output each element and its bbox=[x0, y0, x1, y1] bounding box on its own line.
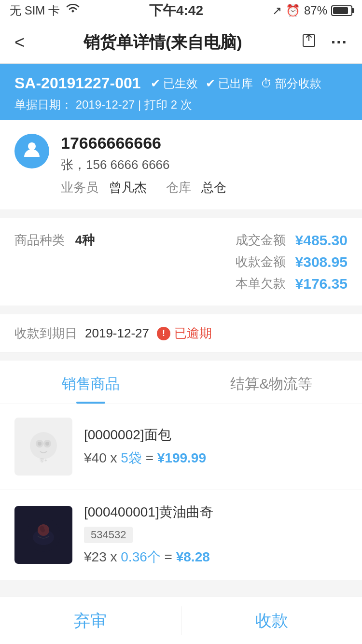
nav-bar: < 销货单详情(来自电脑) ··· bbox=[0, 21, 362, 64]
status-partial-payment: ⏱ 部分收款 bbox=[261, 76, 321, 91]
svg-point-6 bbox=[45, 442, 49, 446]
category-label: 商品种类 bbox=[14, 233, 65, 247]
product-name-1: [0000002]面包 bbox=[84, 426, 348, 444]
product-info-1: [0000002]面包 ¥40 x 5袋 = ¥199.99 bbox=[84, 426, 348, 467]
warehouse-label: 仓库 bbox=[166, 180, 191, 195]
avatar bbox=[14, 134, 49, 168]
status-shipped: ✔ 已出库 bbox=[206, 76, 253, 91]
wifi-icon bbox=[66, 4, 80, 17]
stats-right: 成交金额 ¥485.30 收款金额 ¥308.95 本单欠款 ¥176.35 bbox=[236, 232, 348, 292]
product-name-2: [000400001]黄油曲奇 bbox=[84, 503, 348, 521]
products-section: 零+ [0000002]面包 ¥40 x 5袋 = ¥199.99 bbox=[0, 404, 362, 580]
customer-meta: 业务员 曾凡杰 仓库 总仓 bbox=[61, 179, 348, 196]
deal-amount-label: 成交金额 bbox=[236, 232, 286, 249]
clock-icon: ⏱ bbox=[261, 77, 272, 90]
product-base-price-1: ¥40 bbox=[84, 450, 107, 465]
header-date-row: 单据日期： 2019-12-27 | 打印 2 次 bbox=[14, 97, 348, 112]
product-qty-2: 0.36个 bbox=[121, 549, 161, 564]
customer-info: 17666666666 张，156 6666 6666 业务员 曾凡杰 仓库 总… bbox=[61, 134, 348, 196]
due-label: 收款到期日 bbox=[14, 325, 77, 342]
product-price-1: ¥40 x 5袋 = ¥199.99 bbox=[84, 449, 348, 467]
list-item: [000400001]黄油曲奇 534532 ¥23 x 0.36个 = ¥8.… bbox=[0, 490, 362, 580]
customer-name-phone: 张，156 6666 6666 bbox=[61, 156, 348, 173]
bottom-bar: 弃审 收款 bbox=[0, 597, 362, 644]
received-amount-label: 收款金额 bbox=[236, 253, 286, 270]
back-button[interactable]: < bbox=[14, 32, 25, 53]
product-tag-2: 534532 bbox=[84, 527, 133, 543]
product-total-1: ¥199.99 bbox=[157, 450, 206, 465]
alarm-icon: ⏰ bbox=[286, 4, 300, 17]
nav-actions: ··· bbox=[301, 33, 348, 52]
check-icon-2: ✔ bbox=[206, 77, 215, 90]
battery-percent: 87% bbox=[304, 4, 327, 17]
collect-payment-button[interactable]: 收款 bbox=[181, 597, 362, 644]
time-display: 下午4:42 bbox=[149, 1, 203, 20]
overdue-text: 已逾期 bbox=[174, 325, 212, 342]
header-banner: SA-20191227-001 ✔ 已生效 ✔ 已出库 ⏱ 部分收款 单据日期：… bbox=[0, 64, 362, 120]
warehouse-value: 总仓 bbox=[201, 180, 226, 195]
salesperson-value: 曾凡杰 bbox=[109, 180, 147, 195]
svg-text:零+: 零+ bbox=[40, 458, 47, 463]
status-left: 无 SIM 卡 bbox=[10, 3, 80, 18]
deal-amount-value: ¥485.30 bbox=[295, 232, 348, 249]
customer-id: 17666666666 bbox=[61, 134, 348, 153]
debt-amount-label: 本单欠款 bbox=[236, 275, 286, 292]
warehouse-row: 仓库 总仓 bbox=[166, 179, 227, 196]
overdue-icon: ! bbox=[157, 327, 170, 340]
header-row1: SA-20191227-001 ✔ 已生效 ✔ 已出库 ⏱ 部分收款 bbox=[14, 74, 348, 92]
carrier-text: 无 SIM 卡 bbox=[10, 3, 60, 18]
category-stat: 商品种类 4种 bbox=[14, 232, 95, 249]
stats-row: 商品种类 4种 成交金额 ¥485.30 收款金额 ¥308.95 本单欠款 ¥… bbox=[14, 232, 348, 292]
status-tags: ✔ 已生效 ✔ 已出库 ⏱ 部分收款 bbox=[151, 76, 321, 91]
stats-section: 商品种类 4种 成交金额 ¥485.30 收款金额 ¥308.95 本单欠款 ¥… bbox=[0, 218, 362, 306]
due-date-section: 收款到期日 2019-12-27 ! 已逾期 bbox=[0, 314, 362, 353]
debt-amount-value: ¥176.35 bbox=[295, 276, 348, 292]
print-info: 打印 2 次 bbox=[144, 98, 192, 111]
order-id: SA-20191227-001 bbox=[14, 74, 141, 92]
date-label: 单据日期： bbox=[14, 98, 72, 111]
due-date-value: 2019-12-27 bbox=[85, 326, 149, 341]
page-title: 销货单详情(来自电脑) bbox=[84, 31, 242, 54]
tab-settlement-logistics[interactable]: 结算&物流等 bbox=[181, 361, 362, 404]
product-info-2: [000400001]黄油曲奇 534532 ¥23 x 0.36个 = ¥8.… bbox=[84, 503, 348, 566]
svg-point-12 bbox=[44, 527, 47, 530]
deal-amount-row: 成交金额 ¥485.30 bbox=[236, 232, 348, 249]
product-total-2: ¥8.28 bbox=[176, 549, 210, 564]
salesperson-label: 业务员 bbox=[61, 180, 98, 195]
share-icon[interactable] bbox=[301, 33, 317, 52]
product-image-1: 零+ bbox=[14, 418, 72, 476]
product-qty-1: 5袋 bbox=[121, 450, 142, 465]
more-icon[interactable]: ··· bbox=[331, 33, 348, 52]
list-item: 零+ [0000002]面包 ¥40 x 5袋 = ¥199.99 bbox=[0, 404, 362, 490]
check-icon-1: ✔ bbox=[151, 77, 160, 90]
product-image-2 bbox=[14, 506, 72, 564]
product-price-2: ¥23 x 0.36个 = ¥8.28 bbox=[84, 548, 348, 566]
product-base-price-2: ¥23 bbox=[84, 549, 107, 564]
customer-section: 17666666666 张，156 6666 6666 业务员 曾凡杰 仓库 总… bbox=[0, 120, 362, 210]
tab-sales-products[interactable]: 销售商品 bbox=[0, 361, 181, 404]
category-count: 4种 bbox=[75, 233, 95, 247]
location-icon: ↗ bbox=[272, 4, 282, 17]
received-amount-row: 收款金额 ¥308.95 bbox=[236, 253, 348, 270]
tabs-section: 销售商品 结算&物流等 bbox=[0, 361, 362, 404]
battery-icon bbox=[331, 5, 352, 16]
svg-point-2 bbox=[30, 432, 57, 459]
person-icon bbox=[22, 140, 42, 163]
order-date: 2019-12-27 bbox=[76, 98, 135, 111]
salesperson-row: 业务员 曾凡杰 bbox=[61, 179, 147, 196]
svg-point-1 bbox=[28, 142, 36, 150]
status-effected: ✔ 已生效 bbox=[151, 76, 198, 91]
received-amount-value: ¥308.95 bbox=[295, 254, 348, 270]
separator: | bbox=[138, 98, 144, 111]
stats-left: 商品种类 4种 bbox=[14, 232, 95, 251]
debt-amount-row: 本单欠款 ¥176.35 bbox=[236, 275, 348, 292]
discard-review-button[interactable]: 弃审 bbox=[0, 597, 181, 644]
status-bar: 无 SIM 卡 下午4:42 ↗ ⏰ 87% bbox=[0, 0, 362, 21]
svg-point-5 bbox=[38, 442, 42, 446]
status-right: ↗ ⏰ 87% bbox=[272, 4, 352, 17]
overdue-badge: ! 已逾期 bbox=[157, 325, 212, 342]
